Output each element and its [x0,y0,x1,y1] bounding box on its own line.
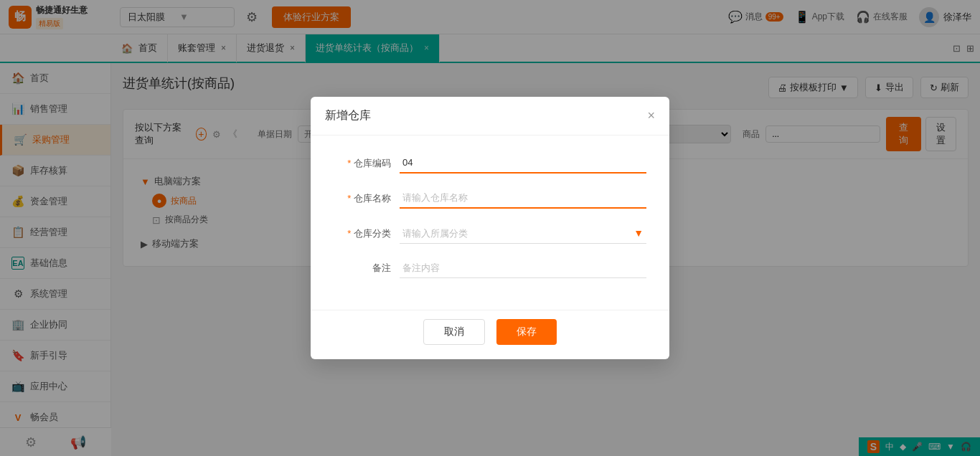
dialog-header: 新增仓库 × [311,97,669,136]
remarks-input[interactable] [400,258,646,278]
dialog-close-icon[interactable]: × [647,108,655,123]
save-button[interactable]: 保存 [496,319,557,345]
warehouse-category-row: 仓库分类 ▼ [334,223,646,244]
warehouse-name-input[interactable] [400,188,646,209]
dialog-body: 仓库编码 仓库名称 仓库分类 ▼ [311,136,669,310]
warehouse-code-label: 仓库编码 [334,157,391,170]
cancel-button[interactable]: 取消 [423,319,485,345]
warehouse-category-select[interactable]: ▼ [400,223,646,244]
warehouse-code-input[interactable] [400,153,646,174]
warehouse-name-label: 仓库名称 [334,192,391,205]
remarks-label: 备注 [334,262,391,275]
remarks-row: 备注 [334,258,646,278]
dialog-title: 新增仓库 [325,108,371,123]
warehouse-name-row: 仓库名称 [334,188,646,209]
warehouse-category-label: 仓库分类 [334,227,391,240]
category-arrow-icon: ▼ [633,227,644,239]
modal-overlay[interactable]: 新增仓库 × 仓库编码 仓库名称 仓库分类 [0,0,980,456]
add-warehouse-dialog: 新增仓库 × 仓库编码 仓库名称 仓库分类 [311,97,669,359]
warehouse-category-input[interactable] [402,228,633,239]
warehouse-code-row: 仓库编码 [334,153,646,174]
dialog-footer: 取消 保存 [311,310,669,359]
